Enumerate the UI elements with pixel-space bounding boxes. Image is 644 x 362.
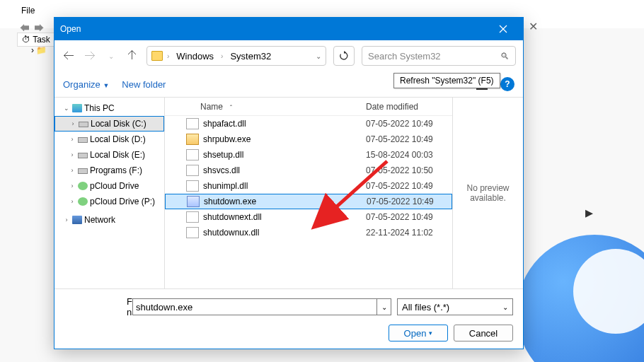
refresh-button[interactable] bbox=[333, 46, 355, 66]
tree-local-disk-d[interactable]: ›Local Disk (D:) bbox=[54, 132, 164, 147]
help-button[interactable]: ? bbox=[500, 77, 514, 91]
forward-button[interactable]: 🡢 bbox=[83, 49, 97, 63]
sort-indicator-icon: ˆ bbox=[230, 104, 232, 111]
tree-local-disk-e[interactable]: ›Local Disk (E:) bbox=[54, 147, 164, 163]
breadcrumb-sep-icon: › bbox=[221, 52, 223, 60]
file-name: shutdown.exe bbox=[204, 197, 367, 206]
tree-local-disk-c[interactable]: ›Local Disk (C:) bbox=[54, 116, 164, 132]
tree-network[interactable]: ›Network bbox=[62, 212, 164, 228]
tree-pcloud[interactable]: ›pCloud Drive bbox=[54, 178, 164, 194]
chevron-right-icon: › bbox=[69, 182, 76, 189]
close-icon bbox=[499, 25, 507, 33]
new-folder-button[interactable]: New folder bbox=[122, 79, 166, 90]
dialog-title: Open bbox=[60, 24, 81, 34]
address-bar[interactable]: › Windows › System32 ⌄ bbox=[146, 46, 326, 66]
file-row[interactable]: shrpubw.exe07-05-2022 10:49 bbox=[165, 132, 452, 147]
file-row[interactable]: shunimpl.dll07-05-2022 10:49 bbox=[165, 178, 452, 194]
file-row[interactable]: shutdownext.dll07-05-2022 10:49 bbox=[165, 209, 452, 225]
file-row[interactable]: shsvcs.dll07-05-2022 10:50 bbox=[165, 163, 452, 178]
file-name: shrpubw.exe bbox=[203, 134, 366, 144]
file-date: 07-05-2022 10:49 bbox=[366, 119, 452, 129]
open-button[interactable]: Open ▾ bbox=[389, 325, 448, 341]
file-type-filter[interactable]: All files (*.*)⌄ bbox=[397, 298, 513, 315]
file-row[interactable]: shpafact.dll07-05-2022 10:49 bbox=[165, 116, 452, 132]
preview-pane: No preview available. bbox=[452, 98, 523, 288]
chevron-right-icon: › bbox=[69, 198, 76, 205]
filename-input[interactable] bbox=[132, 298, 377, 315]
file-date: 07-05-2022 10:50 bbox=[366, 165, 452, 175]
breadcrumb-sep-icon: › bbox=[167, 52, 169, 60]
titlebar: Open bbox=[54, 18, 523, 40]
disk-icon bbox=[78, 137, 88, 143]
file-list[interactable]: shpafact.dll07-05-2022 10:49shrpubw.exe0… bbox=[165, 116, 452, 288]
recent-dropdown[interactable]: ⌄ bbox=[104, 49, 118, 63]
file-row[interactable]: shutdownux.dll22-11-2024 11:02 bbox=[165, 225, 452, 240]
disk-icon bbox=[79, 122, 88, 127]
up-button[interactable]: 🡡 bbox=[125, 49, 139, 63]
cloud-icon bbox=[78, 182, 88, 190]
cloud-icon bbox=[78, 197, 88, 206]
file-icon bbox=[186, 180, 199, 192]
search-placeholder: Search System32 bbox=[368, 51, 441, 62]
file-date: 22-11-2024 11:02 bbox=[366, 228, 452, 238]
folder-icon bbox=[151, 51, 163, 61]
close-button[interactable] bbox=[489, 18, 517, 40]
refresh-icon bbox=[339, 51, 349, 61]
background-file-menu[interactable]: File bbox=[21, 6, 35, 16]
navigation-row: 🡠 🡢 ⌄ 🡡 › Windows › System32 ⌄ Search Sy… bbox=[54, 40, 523, 71]
chevron-right-icon: › bbox=[69, 151, 76, 158]
navigation-tree[interactable]: ⌄This PC ›Local Disk (C:) ›Local Disk (D… bbox=[54, 98, 165, 288]
breadcrumb-windows[interactable]: Windows bbox=[173, 51, 217, 62]
tree-this-pc[interactable]: ⌄This PC bbox=[62, 100, 164, 116]
file-icon bbox=[186, 211, 199, 223]
search-input[interactable]: Search System32 🔍︎ bbox=[362, 46, 516, 66]
organize-menu[interactable]: Organize ▼ bbox=[63, 79, 109, 90]
bg-tree-caret: › 📁 bbox=[31, 45, 47, 55]
breadcrumb-system32[interactable]: System32 bbox=[227, 51, 274, 62]
file-date: 15-08-2024 00:03 bbox=[366, 150, 452, 160]
filename-history-dropdown[interactable]: ⌄ bbox=[377, 298, 391, 315]
column-headers[interactable]: Nameˆ Date modified bbox=[165, 98, 452, 116]
chevron-down-icon: ⌄ bbox=[502, 303, 508, 311]
bg-task-tab: ⏱ Task bbox=[17, 33, 55, 47]
address-dropdown-icon[interactable]: ⌄ bbox=[316, 52, 321, 60]
pc-icon bbox=[72, 104, 82, 112]
file-name: shsvcs.dll bbox=[203, 165, 366, 175]
column-name[interactable]: Nameˆ bbox=[200, 102, 366, 112]
disk-icon bbox=[78, 168, 88, 174]
file-name: shpafact.dll bbox=[203, 119, 366, 129]
bg-expand-caret-icon: ▸ bbox=[585, 204, 593, 222]
file-name: shsetup.dll bbox=[203, 150, 366, 160]
file-icon bbox=[187, 196, 200, 207]
tree-pcloud-p[interactable]: ›pCloud Drive (P:) bbox=[54, 194, 164, 209]
split-dropdown-icon: ▾ bbox=[429, 329, 432, 337]
open-file-dialog: Open 🡠 🡢 ⌄ 🡡 › Windows › System32 ⌄ Sear… bbox=[54, 17, 524, 349]
column-date[interactable]: Date modified bbox=[366, 102, 452, 112]
file-row[interactable]: shsetup.dll15-08-2024 00:03 bbox=[165, 147, 452, 163]
refresh-tooltip: Refresh "System32" (F5) bbox=[393, 73, 500, 88]
chevron-down-icon: ▼ bbox=[103, 82, 109, 89]
cancel-button[interactable]: Cancel bbox=[454, 325, 513, 341]
file-icon bbox=[186, 134, 199, 145]
file-name: shutdownux.dll bbox=[203, 228, 366, 238]
tree-programs-f[interactable]: ›Programs (F:) bbox=[54, 163, 164, 178]
file-icon bbox=[186, 227, 199, 238]
file-icon bbox=[186, 149, 199, 160]
chevron-right-icon: › bbox=[69, 167, 76, 174]
filename-label: File name: bbox=[64, 296, 127, 317]
file-date: 07-05-2022 10:49 bbox=[366, 181, 452, 191]
network-icon bbox=[72, 216, 82, 224]
file-row[interactable]: shutdown.exe07-05-2022 10:49 bbox=[165, 194, 452, 209]
file-name: shutdownext.dll bbox=[203, 212, 366, 222]
file-name: shunimpl.dll bbox=[203, 181, 366, 191]
dialog-footer: File name: ⌄ All files (*.*)⌄ Open ▾ Can… bbox=[54, 288, 523, 349]
chevron-right-icon: › bbox=[69, 136, 76, 143]
file-list-pane: Nameˆ Date modified shpafact.dll07-05-20… bbox=[165, 98, 452, 288]
search-icon: 🔍︎ bbox=[500, 51, 510, 62]
chevron-right-icon: › bbox=[69, 120, 76, 127]
bg-tab-close-icon: ✕ bbox=[529, 20, 538, 33]
disk-icon bbox=[78, 153, 88, 158]
back-button[interactable]: 🡠 bbox=[62, 49, 76, 63]
file-icon bbox=[186, 165, 199, 176]
file-date: 07-05-2022 10:49 bbox=[366, 212, 452, 222]
